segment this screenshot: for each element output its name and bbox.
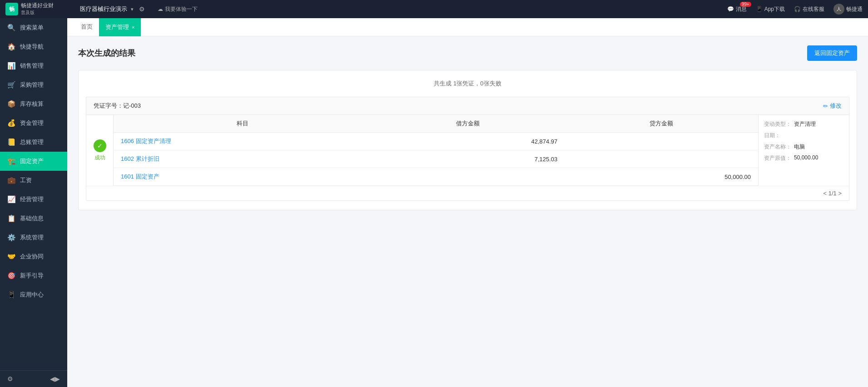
- row-credit-2: 50,000.00: [565, 168, 758, 186]
- voucher-table: 科目 借方金额 贷方金额 1606 固定资产清理 42,874.97 1602 …: [114, 115, 758, 186]
- experience-btn[interactable]: ☁ 我要体验一下: [158, 5, 198, 13]
- payroll-label: 工资: [20, 176, 32, 184]
- payroll-icon: 💼: [7, 176, 15, 184]
- logo-subtitle: 普及版: [21, 10, 54, 16]
- row-debit-0: 42,874.97: [372, 133, 565, 150]
- logo-icon: 畅: [5, 3, 18, 15]
- tab-asset-label: 资产管理: [105, 23, 129, 31]
- asset-name-label: 资产名称：: [764, 143, 791, 151]
- sidebar-item-basic-info[interactable]: 📋基础信息: [0, 209, 67, 228]
- voucher-section: 凭证字号：记-003 ✏ 修改 ✓ 成功: [86, 97, 849, 201]
- app-center-icon: 📱: [7, 291, 15, 299]
- company-dropdown-icon[interactable]: ▾: [131, 6, 134, 12]
- date-label: 日期：: [764, 132, 780, 139]
- sidebar-item-search[interactable]: 🔍搜索菜单: [0, 18, 67, 37]
- basic-info-icon: 📋: [7, 214, 15, 223]
- app-logo: 畅 畅捷通好业财 普及版: [5, 2, 73, 16]
- funds-icon: 💰: [7, 119, 15, 127]
- result-card: 共生成 1张凭证，0张失败 凭证字号：记-003 ✏ 修改: [78, 70, 857, 210]
- app-download-btn[interactable]: 📱 App下载: [756, 5, 785, 13]
- summary-text: 共生成 1张凭证，0张失败: [434, 80, 501, 87]
- enterprise-label: 企业协同: [20, 253, 44, 261]
- result-summary: 共生成 1张凭证，0张失败: [79, 70, 857, 97]
- guide-icon: 🎯: [7, 272, 15, 280]
- asset-name-val: 电脑: [794, 143, 805, 151]
- return-button[interactable]: 返回固定资产: [807, 45, 857, 61]
- topbar: 畅 畅捷通好业财 普及版 医疗器械行业演示 ▾ ⚙ ☁ 我要体验一下 💬 消息 …: [0, 0, 868, 18]
- tabbar: 首页 资产管理 ×: [67, 18, 868, 36]
- change-type-val: 资产清理: [794, 120, 816, 128]
- online-service-btn[interactable]: 🎧 在线客服: [794, 5, 824, 13]
- sidebar-item-payroll[interactable]: 💼工资: [0, 171, 67, 190]
- edit-label: 修改: [830, 102, 842, 110]
- asset-value-label: 资产原值：: [764, 154, 791, 162]
- sidebar-items: 🔍搜索菜单🏠快捷导航📊销售管理🛒采购管理📦库存核算💰资金管理📒总账管理🏗️固定资…: [0, 18, 67, 304]
- operations-label: 经营管理: [20, 195, 44, 203]
- inventory-label: 库存核算: [20, 100, 44, 108]
- sidebar-item-quick-nav[interactable]: 🏠快捷导航: [0, 37, 67, 56]
- table-row: 1606 固定资产清理 42,874.97: [114, 133, 758, 150]
- sidebar-item-fixed-assets[interactable]: 🏗️固定资产: [0, 152, 67, 171]
- sidebar-item-inventory[interactable]: 📦库存核算: [0, 94, 67, 114]
- sidebar-item-app-center[interactable]: 📱应用中心: [0, 285, 67, 304]
- sidebar-item-guide[interactable]: 🎯新手引导: [0, 266, 67, 285]
- basic-info-label: 基础信息: [20, 214, 44, 223]
- page-title-row: 本次生成的结果 返回固定资产: [78, 45, 857, 61]
- quick-nav-label: 快捷导航: [20, 43, 44, 51]
- logo-text-block: 畅捷通好业财 普及版: [21, 2, 54, 16]
- col-debit-header: 借方金额: [372, 115, 565, 133]
- operations-icon: 📈: [7, 195, 15, 203]
- company-name[interactable]: 医疗器械行业演示: [80, 5, 127, 13]
- collapse-icon[interactable]: ◀▶: [50, 375, 60, 382]
- system-label: 系统管理: [20, 233, 44, 242]
- sales-icon: 📊: [7, 62, 15, 70]
- sidebar-item-system[interactable]: ⚙️系统管理: [0, 228, 67, 247]
- voucher-edit-btn[interactable]: ✏ 修改: [823, 102, 842, 110]
- settings-bottom-icon[interactable]: ⚙: [7, 375, 13, 382]
- row-debit-1: 7,125.03: [372, 150, 565, 168]
- sidebar-item-enterprise[interactable]: 🤝企业协同: [0, 247, 67, 266]
- sidebar-item-purchase[interactable]: 🛒采购管理: [0, 75, 67, 94]
- voucher-body: ✓ 成功 科目 借方金额 贷方金额: [86, 115, 849, 186]
- sidebar-item-sales[interactable]: 📊销售管理: [0, 56, 67, 75]
- cloud-icon: ☁: [158, 6, 163, 12]
- asset-value-val: 50,000.00: [794, 154, 818, 162]
- avatar: 人: [833, 4, 844, 15]
- ledger-label: 总账管理: [20, 138, 44, 146]
- pagination-text[interactable]: < 1/1 >: [823, 190, 842, 197]
- table-row: 1602 累计折旧 7,125.03: [114, 150, 758, 168]
- tab-home[interactable]: 首页: [74, 18, 99, 36]
- settings-icon[interactable]: ⚙: [139, 5, 145, 13]
- table-row: 1601 固定资产 50,000.00: [114, 168, 758, 186]
- col-credit-header: 贷方金额: [565, 115, 758, 133]
- enterprise-icon: 🤝: [7, 253, 15, 261]
- voucher-number: 凭证字号：记-003: [94, 102, 141, 110]
- messages-btn[interactable]: 💬 消息 99+: [727, 5, 747, 13]
- edit-icon: ✏: [823, 103, 828, 109]
- user-btn[interactable]: 人 畅捷通: [833, 4, 863, 15]
- sidebar-bottom: ⚙ ◀▶: [0, 370, 67, 387]
- sidebar-item-ledger[interactable]: 📒总账管理: [0, 133, 67, 152]
- info-change-type: 变动类型： 资产清理: [764, 120, 843, 128]
- content-area: 首页 资产管理 × 本次生成的结果 返回固定资产 共生成 1张凭证，0张失败: [67, 18, 868, 387]
- tab-close-icon[interactable]: ×: [132, 25, 134, 30]
- row-subject-1: 1602 累计折旧: [114, 150, 372, 168]
- search-label: 搜索菜单: [20, 24, 44, 32]
- funds-label: 资金管理: [20, 119, 44, 127]
- info-date: 日期：: [764, 132, 843, 139]
- sidebar-item-funds[interactable]: 💰资金管理: [0, 114, 67, 133]
- tab-asset-management[interactable]: 资产管理 ×: [99, 18, 141, 36]
- sidebar-item-operations[interactable]: 📈经营管理: [0, 190, 67, 209]
- online-service-label: 在线客服: [803, 5, 824, 13]
- messages-badge: 99+: [740, 2, 751, 7]
- info-asset-value: 资产原值： 50,000.00: [764, 154, 843, 162]
- main-layout: 🔍搜索菜单🏠快捷导航📊销售管理🛒采购管理📦库存核算💰资金管理📒总账管理🏗️固定资…: [0, 18, 868, 387]
- voucher-header: 凭证字号：记-003 ✏ 修改: [86, 97, 849, 115]
- row-subject-0: 1606 固定资产清理: [114, 133, 372, 150]
- phone-icon: 📱: [756, 6, 763, 12]
- purchase-label: 采购管理: [20, 81, 44, 89]
- tab-home-label: 首页: [81, 23, 93, 31]
- voucher-info-panel: 变动类型： 资产清理 日期： 资产名称： 电脑: [758, 115, 849, 186]
- row-debit-2: [372, 168, 565, 186]
- purchase-icon: 🛒: [7, 81, 15, 89]
